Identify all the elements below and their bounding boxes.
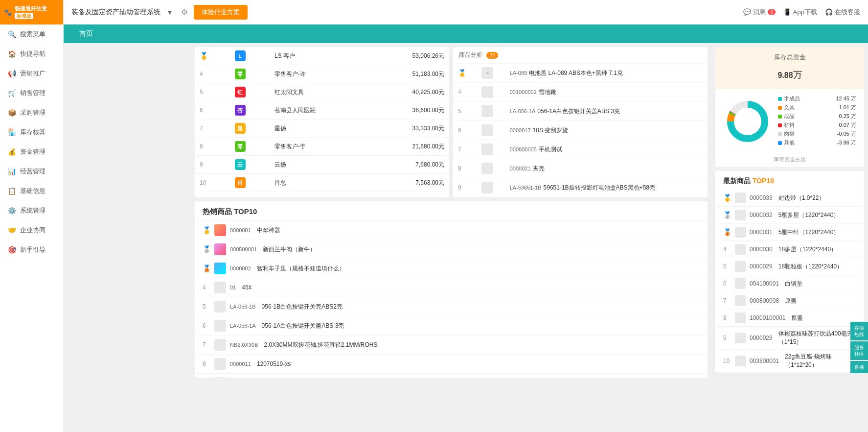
tab-home[interactable]: 首页 xyxy=(73,24,99,43)
sidebar-item-quicknav[interactable]: 🏠 快捷导航 xyxy=(0,44,63,64)
topbar-right: 💬 消息 6 📱 App下载 🎧 在线客服 xyxy=(743,8,860,17)
sidebar-label-search: 搜索菜单 xyxy=(20,30,46,39)
live-btn[interactable]: 直播 xyxy=(850,361,868,373)
gold-medal: 🥇 xyxy=(723,194,731,202)
newest-code: 0000029 xyxy=(750,263,773,270)
legend-value: 12.45 万 xyxy=(836,95,856,102)
inventory-panel: 库存总资金 9.88万 xyxy=(715,47,864,167)
sidebar-item-system[interactable]: ⚙️ 系统管理 xyxy=(0,201,63,220)
products-col-badge: 22 xyxy=(486,52,498,59)
legend-item-stationery: 文具 1.01 万 xyxy=(778,104,856,111)
newest-img xyxy=(735,312,746,323)
rank-num: 5 xyxy=(723,263,731,270)
sidebar-item-finance[interactable]: 💰 资金管理 xyxy=(0,142,63,162)
product-info: 001000002雪地靴 xyxy=(505,83,708,102)
sidebar: 🐾 畅捷通好生意 标准版 🔍 搜索菜单 🏠 快捷导航 📢 营销推广 🛒 销售管理… xyxy=(0,0,64,432)
legend-value: -3.86 万 xyxy=(837,139,856,146)
products-col-title: 商品分析 xyxy=(459,51,482,59)
rank-num: 4 xyxy=(203,284,210,291)
gear-icon[interactable]: ⚙ xyxy=(181,7,188,17)
product-code: LA-056-1B xyxy=(230,304,256,310)
community-btn[interactable]: 服务社区 xyxy=(850,341,868,360)
list-item: 4 0000030 18多层（1220*2440） xyxy=(715,241,864,258)
table-row: 6 杏 苍南县人民医院 36,600.00元 xyxy=(195,101,449,120)
operations-icon: 📊 xyxy=(8,168,16,175)
online-service-label: 在线客服 xyxy=(835,8,860,17)
sidebar-item-inventory[interactable]: 🏪 库存核算 xyxy=(0,122,63,142)
product-img xyxy=(481,124,493,136)
headset-icon: 🎧 xyxy=(825,8,833,16)
product-info: LA-089电池盖 LA-089 ABS本色+黑种 7.1克 xyxy=(505,64,708,83)
newest-title: 最新商品 TOP10 xyxy=(715,171,864,190)
sidebar-item-purchase[interactable]: 📦 采购管理 xyxy=(0,103,63,122)
sidebar-item-operations[interactable]: 📊 经营管理 xyxy=(0,162,63,181)
gold-medal: 🥇 xyxy=(203,226,210,234)
newest-name: 5厘中纤（1220*2440） xyxy=(778,228,840,237)
newest-img xyxy=(735,244,746,255)
table-row: 7 000800005手机测试 xyxy=(453,140,708,159)
product-thumbnail xyxy=(214,224,226,236)
customer-name: 零售客户-于 xyxy=(270,138,368,156)
list-item: 6 LA-056-1A 056-1A白色按键开关盖ABS 3壳 xyxy=(195,316,708,336)
list-item: 🥇 0000033 封边带（1.0*22） xyxy=(715,190,864,207)
app-download-btn[interactable]: 📱 App下载 xyxy=(783,8,817,17)
notifications-btn[interactable]: 💬 消息 6 xyxy=(743,8,776,17)
customer-name: 零售客户-许 xyxy=(270,65,368,83)
legend-label: 材料 xyxy=(784,121,837,129)
customer-amount: 21,680.00元 xyxy=(368,138,449,156)
app-logo[interactable]: 🐾 畅捷通好生意 标准版 xyxy=(0,0,63,24)
logo-icon: 🐾 xyxy=(4,9,12,16)
rank-num: 5 xyxy=(458,108,461,115)
customer-badge: 云 xyxy=(235,159,246,170)
sidebar-label-sales: 销售管理 xyxy=(20,89,46,97)
home-icon: 🏠 xyxy=(8,50,16,58)
basic-icon: 📋 xyxy=(8,187,16,195)
list-item: 🥇 0000001 中华神器 xyxy=(195,221,708,240)
sidebar-label-finance: 资金管理 xyxy=(20,147,46,156)
newest-code: 10000100001 xyxy=(750,314,785,321)
sidebar-item-enterprise[interactable]: 🤝 企业协同 xyxy=(0,220,63,240)
product-img xyxy=(481,86,493,98)
product-img xyxy=(481,182,493,193)
customer-amount: 53,006.26元 xyxy=(368,47,449,65)
product-info: LA-056-1A056-1A白色按键开关盖ABS 3克 xyxy=(505,102,708,121)
newest-title-highlight: TOP10 xyxy=(753,177,774,185)
sidebar-item-marketing[interactable]: 📢 营销推广 xyxy=(0,64,63,83)
product-thumbnail xyxy=(214,339,226,351)
legend-label: 半成品 xyxy=(784,95,834,102)
table-row: 7 星 星扬 33,333.00元 xyxy=(195,120,449,138)
inventory-title: 库存总资金 xyxy=(723,53,856,62)
list-item: 8 0000011 12070519-xs xyxy=(195,355,708,374)
products-col-header: 商品分析 22 xyxy=(453,47,708,64)
notifications-count: 6 xyxy=(768,9,776,15)
experience-btn[interactable]: 体验行业方案 xyxy=(194,5,248,20)
sidebar-item-sales[interactable]: 🛒 销售管理 xyxy=(0,83,63,103)
dropdown-arrow[interactable]: ▼ xyxy=(166,8,173,16)
phone-icon: 📱 xyxy=(783,8,791,16)
newest-img xyxy=(735,333,746,343)
newest-name: 白钢垫 xyxy=(785,280,802,288)
products-table: 🥇 Ai LA-089电池盖 LA-089 ABS本色+黑种 7.1克 4 00… xyxy=(453,64,708,197)
newest-code: 000800008 xyxy=(750,297,779,304)
guide-icon: 🎯 xyxy=(8,246,16,254)
rank-num: 4 xyxy=(200,71,203,77)
sidebar-label-basic: 基础信息 xyxy=(20,187,46,195)
product-name: 12070519-xs xyxy=(257,360,291,367)
sidebar-item-guide[interactable]: 🎯 新手引导 xyxy=(0,240,63,260)
list-item: 🥉 0000002 智利车子里（规格不知道填什么） xyxy=(195,259,708,278)
rank-num: 6 xyxy=(200,107,203,114)
product-name: 45# xyxy=(242,284,251,291)
hotline-btn[interactable]: 客服热线 xyxy=(850,322,868,340)
product-code: LA-056-1A xyxy=(230,323,256,329)
sidebar-item-basic[interactable]: 📋 基础信息 xyxy=(0,181,63,201)
list-item: 8 10000100001 原盖 xyxy=(715,310,864,327)
rank-num: 8 xyxy=(458,165,461,172)
silver-medal: 🥈 xyxy=(723,211,731,219)
legend-dot xyxy=(778,132,782,136)
customer-name: 苍南县人民医院 xyxy=(270,101,368,120)
online-service-btn[interactable]: 🎧 在线客服 xyxy=(825,8,860,17)
legend-value: 0.25 万 xyxy=(839,113,856,120)
main-area: 装备及固定资产辅助管理系统 ▼ ⚙ 体验行业方案 💬 消息 6 📱 App下载 … xyxy=(64,0,868,432)
product-name: 新西兰牛肉（新牛） xyxy=(263,245,316,254)
sidebar-item-search[interactable]: 🔍 搜索菜单 xyxy=(0,24,63,44)
